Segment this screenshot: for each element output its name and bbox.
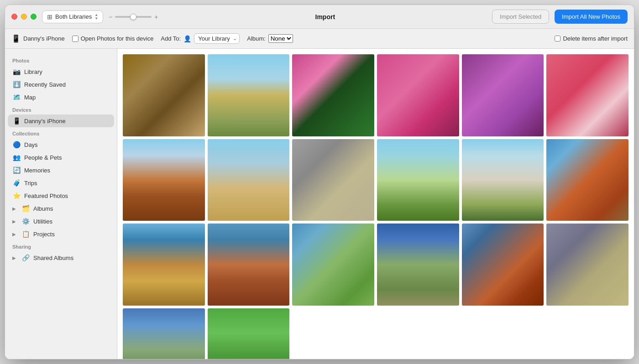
delete-after-text: Delete items after import [563,35,628,42]
photo-cell-12[interactable] [546,139,629,221]
sidebar-albums-label: Albums [33,205,53,212]
open-photos-label[interactable]: Open Photos for this device [72,35,154,42]
albums-expand-icon: ▶ [12,206,16,211]
sidebar-utilities-label: Utilities [33,218,52,225]
sidebar-recently-saved-label: Recently Saved [24,81,66,88]
album-select[interactable]: None [268,34,293,43]
photo-cell-4[interactable] [377,54,459,136]
sidebar-memories-label: Memories [24,167,50,174]
photo-cell-11[interactable] [462,139,544,221]
photo-cell-16[interactable] [377,224,459,306]
zoom-control: − + [109,13,158,21]
sidebar-people-pets-label: People & Pets [24,154,62,161]
maximize-button[interactable] [31,14,37,20]
photo-cell-19[interactable] [123,308,205,359]
sidebar-item-recently-saved[interactable]: ⬇️ Recently Saved [5,78,117,91]
trips-icon: 🧳 [12,179,21,187]
album-section: Album: None [247,34,293,43]
library-select-wrapper: Your Library [194,33,240,44]
featured-icon: ⭐ [12,192,21,200]
album-select-wrapper: None [268,34,293,43]
sidebar: Photos 📷 Library ⬇️ Recently Saved 🗺️ Ma… [5,49,117,359]
library-selector[interactable]: ⊞ Both Libraries ▲ ▼ [42,10,103,23]
photo-cell-14[interactable] [208,224,290,306]
devices-section-label: Devices [5,104,117,114]
close-button[interactable] [11,14,17,20]
device-sidebar-icon: 📱 [12,117,21,125]
sidebar-item-memories[interactable]: 🔄 Memories [5,164,117,177]
utilities-expand-icon: ▶ [12,219,16,224]
sidebar-item-albums[interactable]: ▶ 🗂️ Albums [5,202,117,215]
sharing-section-label: Sharing [5,240,117,251]
photo-cell-8[interactable] [208,139,290,221]
shared-albums-icon: 🔗 [21,254,30,262]
sidebar-featured-label: Featured Photos [24,192,68,199]
sidebar-item-people-pets[interactable]: 👥 People & Pets [5,151,117,164]
sidebar-item-utilities[interactable]: ▶ ⚙️ Utilities [5,215,117,228]
photo-cell-1[interactable] [123,54,205,136]
sidebar-item-days[interactable]: 🔵 Days [5,138,117,151]
window-title: Import [164,13,487,21]
import-all-button[interactable]: Import All New Photos [555,10,628,24]
photo-cell-9[interactable] [292,139,374,221]
memories-icon: 🔄 [12,166,21,174]
photo-cell-10[interactable] [377,139,459,221]
map-icon: 🗺️ [12,93,21,101]
photo-cell-6[interactable] [546,54,629,136]
device-name-label: Danny's iPhone [23,35,65,42]
albums-icon: 🗂️ [21,204,30,213]
traffic-lights [11,14,37,20]
photo-cell-2[interactable] [208,54,290,136]
sidebar-item-shared-albums[interactable]: ▶ 🔗 Shared Albums [5,251,117,264]
days-icon: 🔵 [12,140,21,149]
library-select[interactable]: Your Library [194,33,240,44]
person-icon: 👤 [183,35,191,42]
import-selected-button[interactable]: Import Selected [492,10,549,24]
sidebar-item-device[interactable]: 📱 Danny's iPhone [8,114,114,127]
recently-saved-icon: ⬇️ [12,80,21,88]
people-pets-icon: 👥 [12,153,21,161]
sidebar-device-label: Danny's iPhone [24,118,66,125]
subtoolbar: 📱 Danny's iPhone Open Photos for this de… [5,29,634,49]
photo-cell-15[interactable] [292,224,374,306]
photo-cell-18[interactable] [546,224,629,306]
zoom-slider[interactable] [115,16,152,18]
photo-grid-container [117,49,634,359]
titlebar: ⊞ Both Libraries ▲ ▼ − + Import Import S… [5,5,634,29]
sidebar-shared-albums-label: Shared Albums [33,255,73,261]
photo-cell-13[interactable] [123,224,205,306]
delete-after-label[interactable]: Delete items after import [555,35,628,42]
collections-section-label: Collections [5,127,117,138]
device-name: 📱 Danny's iPhone [11,34,65,43]
album-label: Album: [247,35,265,42]
iphone-icon: 📱 [11,34,21,43]
sidebar-library-label: Library [24,68,42,75]
main-window: ⊞ Both Libraries ▲ ▼ − + Import Import S… [5,5,634,359]
sidebar-item-projects[interactable]: ▶ 📋 Projects [5,228,117,240]
add-to-label: Add To: [161,35,181,42]
zoom-minus-label: − [109,13,112,21]
sidebar-days-label: Days [24,141,38,148]
sidebar-item-map[interactable]: 🗺️ Map [5,91,117,104]
photo-cell-17[interactable] [462,224,544,306]
projects-icon: 📋 [21,230,30,238]
photo-cell-20[interactable] [208,308,290,359]
photos-grid-icon: ⊞ [47,13,52,21]
sidebar-item-trips[interactable]: 🧳 Trips [5,177,117,189]
main-area: Photos 📷 Library ⬇️ Recently Saved 🗺️ Ma… [5,49,634,359]
photo-cell-3[interactable] [292,54,374,136]
sidebar-trips-label: Trips [24,180,37,187]
projects-expand-icon: ▶ [12,232,16,237]
sidebar-item-featured[interactable]: ⭐ Featured Photos [5,189,117,202]
open-photos-checkbox[interactable] [72,36,79,42]
utilities-icon: ⚙️ [21,217,30,225]
delete-after-checkbox[interactable] [555,36,560,42]
zoom-plus-label: + [154,13,158,21]
sidebar-item-library[interactable]: 📷 Library [5,65,117,78]
shared-albums-expand-icon: ▶ [12,255,16,260]
sidebar-projects-label: Projects [33,231,55,238]
photos-section-label: Photos [5,54,117,65]
photo-cell-7[interactable] [123,139,205,221]
minimize-button[interactable] [21,14,27,20]
photo-cell-5[interactable] [462,54,544,136]
